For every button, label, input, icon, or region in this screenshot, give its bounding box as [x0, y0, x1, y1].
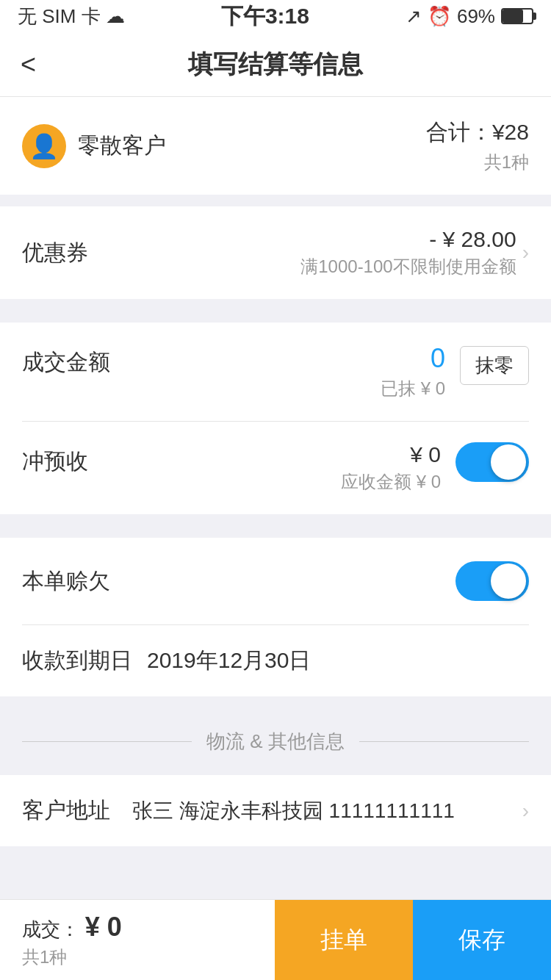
- credit-row: 本单赊欠: [0, 538, 551, 624]
- deal-amount-label: 成交金额: [22, 343, 110, 378]
- deal-amount-sub: 已抹 ¥ 0: [381, 377, 445, 400]
- page-title: 填写结算等信息: [188, 48, 363, 82]
- status-bar: 无 SIM 卡 ☁ 下午3:18 ↗ ⏰ 69%: [0, 0, 551, 32]
- battery-icon: [501, 8, 533, 24]
- save-button[interactable]: 保存: [413, 900, 551, 980]
- coupon-info: - ¥ 28.00 满1000-100不限制使用金额: [300, 227, 516, 278]
- coupon-amount: - ¥ 28.00: [300, 227, 516, 252]
- customer-left: 👤 零散客户: [22, 124, 166, 168]
- total-amount: 合计：¥28: [426, 118, 529, 148]
- battery-percent: 69%: [457, 5, 495, 28]
- status-right: ↗ ⏰ 69%: [406, 5, 533, 28]
- credit-toggle-knob: [491, 563, 526, 599]
- bottom-deal-line: 成交： ¥ 0: [22, 912, 253, 943]
- due-date-label: 收款到期日: [22, 646, 132, 676]
- deal-amount-right: 0 已抹 ¥ 0 抹零: [381, 343, 529, 400]
- deal-amount-row: 成交金额 0 已抹 ¥ 0 抹零: [0, 323, 551, 421]
- prepay-values: ¥ 0 应收金额 ¥ 0: [341, 442, 441, 494]
- bottom-bar: 成交： ¥ 0 共1种 挂单 保存: [0, 899, 551, 980]
- address-value: 张三 海淀永丰科技园 11111111111: [132, 797, 522, 825]
- prepay-sub: 应收金额 ¥ 0: [341, 470, 441, 494]
- hold-button-label: 挂单: [320, 924, 367, 956]
- customer-row: 👤 零散客户 合计：¥28 共1种: [0, 97, 551, 195]
- address-label: 客户地址: [22, 796, 110, 826]
- bottom-summary: 成交： ¥ 0 共1种: [0, 900, 275, 980]
- deal-amount-card: 成交金额 0 已抹 ¥ 0 抹零 冲预收 ¥ 0 应收金额 ¥ 0: [0, 323, 551, 514]
- round-zero-button[interactable]: 抹零: [460, 346, 529, 385]
- nav-bar: < 填写结算等信息: [0, 32, 551, 97]
- prepay-row: 冲预收 ¥ 0 应收金额 ¥ 0: [0, 422, 551, 514]
- deal-amount-value[interactable]: 0: [381, 343, 445, 374]
- credit-label: 本单赊欠: [22, 566, 110, 597]
- logistics-line-left: [22, 741, 192, 742]
- bottom-count: 共1种: [22, 945, 253, 969]
- coupon-desc: 满1000-100不限制使用金额: [300, 255, 516, 278]
- logistics-line-right: [359, 741, 529, 742]
- due-date-value[interactable]: 2019年12月30日: [147, 646, 311, 676]
- toggle-knob: [491, 444, 526, 480]
- credit-toggle[interactable]: [455, 561, 529, 601]
- location-icon: ↗: [406, 5, 422, 28]
- logistics-header: 物流 & 其他信息: [0, 708, 551, 775]
- status-time: 下午3:18: [221, 1, 309, 32]
- status-left: 无 SIM 卡 ☁: [18, 4, 125, 29]
- deal-amount-value-block: 0 已抹 ¥ 0: [381, 343, 445, 400]
- section-divider-1: [0, 311, 551, 323]
- customer-avatar: 👤: [22, 124, 66, 168]
- coupon-row[interactable]: 优惠券 - ¥ 28.00 满1000-100不限制使用金额 ›: [0, 206, 551, 299]
- coupon-card: 优惠券 - ¥ 28.00 满1000-100不限制使用金额 ›: [0, 206, 551, 299]
- no-sim-label: 无 SIM 卡 ☁: [18, 4, 125, 29]
- hold-button[interactable]: 挂单: [275, 900, 413, 980]
- address-row[interactable]: 客户地址 张三 海淀永丰科技园 11111111111 ›: [0, 775, 551, 846]
- customer-card: 👤 零散客户 合计：¥28 共1种: [0, 97, 551, 195]
- coupon-right: - ¥ 28.00 满1000-100不限制使用金额 ›: [300, 227, 529, 278]
- address-card: 客户地址 张三 海淀永丰科技园 11111111111 ›: [0, 775, 551, 846]
- content-area: 👤 零散客户 合计：¥28 共1种 优惠券 - ¥ 28.00 满1000-10…: [0, 97, 551, 939]
- total-count: 共1种: [426, 151, 529, 174]
- prepay-toggle[interactable]: [455, 442, 529, 482]
- credit-card: 本单赊欠 收款到期日 2019年12月30日: [0, 538, 551, 696]
- back-button[interactable]: <: [21, 49, 36, 80]
- customer-right: 合计：¥28 共1种: [426, 118, 529, 174]
- prepay-label: 冲预收: [22, 442, 88, 477]
- address-chevron-icon: ›: [522, 799, 529, 823]
- bottom-deal-label: 成交：: [22, 918, 79, 940]
- logistics-label: 物流 & 其他信息: [206, 729, 345, 754]
- prepay-amount: ¥ 0: [341, 442, 441, 467]
- coupon-label: 优惠券: [22, 238, 88, 268]
- avatar-icon: 👤: [29, 132, 59, 160]
- coupon-chevron-icon: ›: [522, 241, 529, 264]
- due-date-row: 收款到期日 2019年12月30日: [0, 625, 551, 696]
- save-button-label: 保存: [458, 924, 505, 956]
- section-divider-2: [0, 526, 551, 538]
- prepay-right: ¥ 0 应收金额 ¥ 0: [341, 442, 529, 494]
- customer-name: 零散客户: [78, 131, 166, 161]
- bottom-deal-amount: ¥ 0: [85, 912, 122, 942]
- alarm-icon: ⏰: [428, 5, 451, 28]
